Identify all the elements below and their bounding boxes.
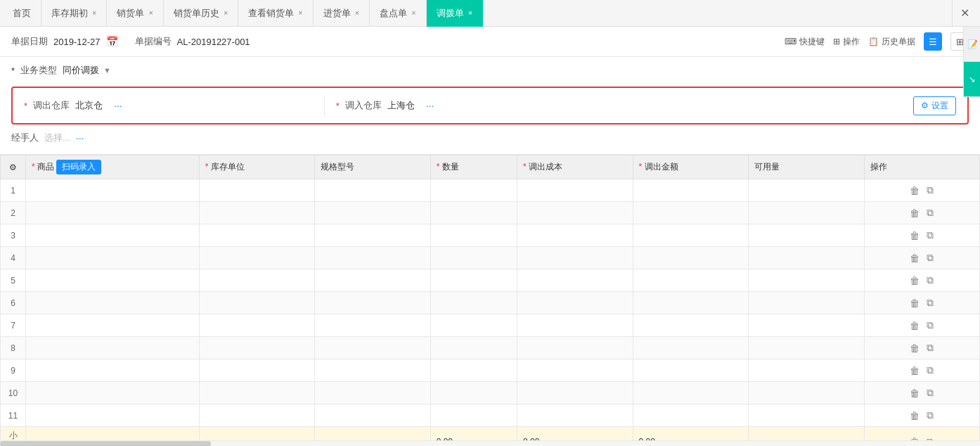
spec-cell[interactable] <box>315 337 430 359</box>
tab-close-inventory-init[interactable]: × <box>92 9 96 17</box>
spec-cell[interactable] <box>315 269 430 292</box>
unit-cell[interactable] <box>199 269 314 292</box>
amount-cell[interactable] <box>633 179 748 202</box>
qty-cell[interactable] <box>430 314 517 337</box>
qty-cell[interactable] <box>430 202 517 224</box>
tab-purchase[interactable]: 进货单× <box>314 0 370 27</box>
history-action[interactable]: 📋 历史单据 <box>868 36 915 48</box>
cost-cell[interactable] <box>517 179 633 202</box>
product-cell[interactable] <box>26 202 200 224</box>
export-panel-button[interactable]: ↗ <box>964 62 981 97</box>
product-cell[interactable] <box>26 404 200 427</box>
tab-close-stocktake[interactable]: × <box>411 9 415 17</box>
cost-cell[interactable] <box>517 359 633 382</box>
tab-close-view-sales[interactable]: × <box>298 9 302 17</box>
spec-cell[interactable] <box>315 247 430 269</box>
delete-row-button[interactable]: 🗑 <box>908 251 921 265</box>
unit-cell[interactable] <box>199 382 314 404</box>
qty-cell[interactable] <box>430 179 517 202</box>
product-cell[interactable] <box>26 314 200 337</box>
copy-row-button[interactable]: ⧉ <box>925 340 935 355</box>
unit-cell[interactable] <box>199 202 314 224</box>
amount-cell[interactable] <box>633 292 748 314</box>
delete-row-button[interactable]: 🗑 <box>908 206 921 220</box>
tab-close-transfer[interactable]: × <box>468 9 472 17</box>
unit-cell[interactable] <box>199 404 314 427</box>
close-window-button[interactable]: ✕ <box>952 0 977 27</box>
tab-sales-history[interactable]: 销货单历史× <box>164 0 238 27</box>
cost-cell[interactable] <box>517 292 633 314</box>
qty-cell[interactable] <box>430 292 517 314</box>
product-cell[interactable] <box>26 382 200 404</box>
subtotal-delete-button[interactable]: 🗑 <box>908 435 921 440</box>
copy-row-button[interactable]: ⧉ <box>925 273 935 288</box>
spec-cell[interactable] <box>315 224 430 247</box>
product-cell[interactable] <box>26 359 200 382</box>
delete-row-button[interactable]: 🗑 <box>908 409 921 423</box>
tab-sales-order[interactable]: 销货单× <box>107 0 163 27</box>
settings-button[interactable]: ⚙ 设置 <box>913 96 956 115</box>
delete-row-button[interactable]: 🗑 <box>908 184 921 198</box>
delete-row-button[interactable]: 🗑 <box>908 319 921 333</box>
copy-row-button[interactable]: ⧉ <box>925 205 935 220</box>
copy-row-button[interactable]: ⧉ <box>925 408 935 423</box>
delete-row-button[interactable]: 🗑 <box>908 229 921 243</box>
qty-cell[interactable] <box>430 247 517 269</box>
horizontal-scrollbar[interactable] <box>0 440 980 446</box>
tab-stocktake[interactable]: 盘点单× <box>370 0 426 27</box>
product-cell[interactable] <box>26 224 200 247</box>
spec-cell[interactable] <box>315 179 430 202</box>
amount-cell[interactable] <box>633 382 748 404</box>
spec-cell[interactable] <box>315 202 430 224</box>
cost-cell[interactable] <box>517 202 633 224</box>
transfer-out-more-button[interactable]: ··· <box>114 100 122 111</box>
cost-cell[interactable] <box>517 269 633 292</box>
amount-cell[interactable] <box>633 269 748 292</box>
copy-row-button[interactable]: ⧉ <box>925 228 935 243</box>
operations-action[interactable]: ⊞ 操作 <box>833 36 860 48</box>
unit-cell[interactable] <box>199 314 314 337</box>
scroll-thumb[interactable] <box>0 441 211 446</box>
qty-cell[interactable] <box>430 382 517 404</box>
business-type-select[interactable]: 同价调拨 ▼ <box>63 64 175 77</box>
transfer-in-more-button[interactable]: ··· <box>426 100 434 111</box>
tab-home[interactable]: 首页 <box>3 0 41 27</box>
handler-more-button[interactable]: ··· <box>76 132 84 144</box>
cost-cell[interactable] <box>517 404 633 427</box>
copy-row-button[interactable]: ⧉ <box>925 386 935 400</box>
unit-cell[interactable] <box>199 359 314 382</box>
unit-cell[interactable] <box>199 247 314 269</box>
copy-row-button[interactable]: ⧉ <box>925 183 935 198</box>
amount-cell[interactable] <box>633 224 748 247</box>
unit-cell[interactable] <box>199 179 314 202</box>
delete-row-button[interactable]: 🗑 <box>908 296 921 310</box>
qty-cell[interactable] <box>430 359 517 382</box>
tab-transfer[interactable]: 调拨单× <box>427 0 483 27</box>
unit-cell[interactable] <box>199 224 314 247</box>
copy-row-button[interactable]: ⧉ <box>925 318 935 333</box>
tab-close-sales-history[interactable]: × <box>224 9 228 17</box>
spec-cell[interactable] <box>315 382 430 404</box>
copy-row-button[interactable]: ⧉ <box>925 250 935 265</box>
subtotal-copy-button[interactable]: ⧉ <box>925 435 935 441</box>
delete-row-button[interactable]: 🗑 <box>908 386 921 400</box>
amount-cell[interactable] <box>633 247 748 269</box>
qty-cell[interactable] <box>430 404 517 427</box>
spec-cell[interactable] <box>315 404 430 427</box>
copy-row-button[interactable]: ⧉ <box>925 363 935 378</box>
product-cell[interactable] <box>26 292 200 314</box>
amount-cell[interactable] <box>633 314 748 337</box>
scan-input-button[interactable]: 扫码录入 <box>56 160 101 174</box>
amount-cell[interactable] <box>633 337 748 359</box>
cost-cell[interactable] <box>517 314 633 337</box>
qty-cell[interactable] <box>430 269 517 292</box>
cost-cell[interactable] <box>517 247 633 269</box>
cost-cell[interactable] <box>517 337 633 359</box>
spec-cell[interactable] <box>315 359 430 382</box>
delete-row-button[interactable]: 🗑 <box>908 341 921 355</box>
amount-cell[interactable] <box>633 404 748 427</box>
unit-cell[interactable] <box>199 337 314 359</box>
notes-panel-button[interactable]: 📝 <box>964 27 981 62</box>
amount-cell[interactable] <box>633 202 748 224</box>
shortcuts-action[interactable]: ⌨ 快捷键 <box>785 36 825 48</box>
